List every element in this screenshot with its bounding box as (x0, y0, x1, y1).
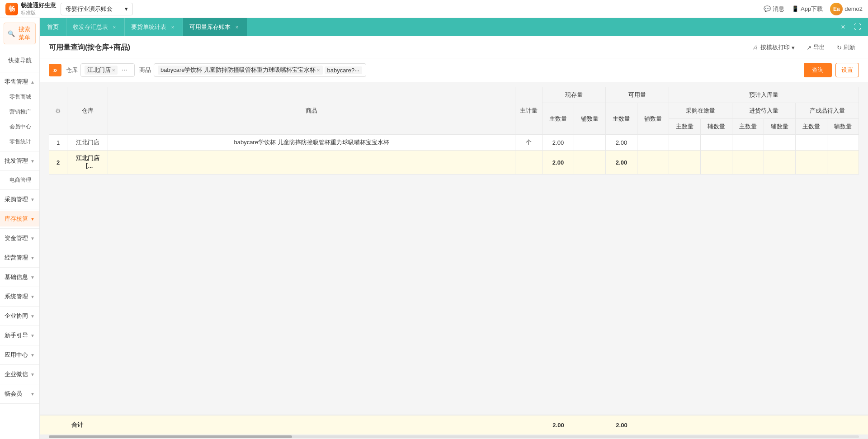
chevron-down-icon-corpwechat: ▼ (30, 372, 35, 377)
th-warehouse: 仓库 (67, 87, 108, 135)
message-button[interactable]: 💬 消息 (764, 5, 784, 13)
data-table: ⚙ 仓库 商品 主计量 现存量 可用量 预计入库量 主数量 辅数量 (49, 87, 859, 175)
chevron-down-icon-print: ▾ (792, 44, 795, 51)
refresh-button[interactable]: ↻ 刷新 (833, 42, 859, 53)
user-profile[interactable]: Ea demo2 (830, 3, 863, 15)
cell-current-main: 2.00 (542, 135, 574, 151)
th-inbound-pending-aux: 辅数量 (764, 119, 796, 135)
main-layout: 🔍 搜索菜单 快捷导航 零售管理 ▲ 零售商城 营销推广 会员中心 零售统计 批… (0, 18, 868, 439)
sidebar-item-marketing[interactable]: 营销推广 (0, 104, 39, 119)
cell-main-unit: 个 (515, 135, 542, 151)
chevron-down-icon-enterprise: ▼ (30, 314, 35, 319)
sidebar: 🔍 搜索菜单 快捷导航 零售管理 ▲ 零售商城 营销推广 会员中心 零售统计 批… (0, 18, 40, 439)
sidebar-item-quicknav[interactable]: 快捷导航 (0, 53, 39, 68)
cell-purchase-aux (701, 151, 732, 175)
fullscreen-button[interactable]: ⛶ (852, 21, 863, 33)
warehouse-more-icon[interactable]: ··· (119, 66, 129, 74)
sidebar-section-system-header[interactable]: 系统管理 ▼ (0, 289, 39, 304)
th-current-stock: 现存量 (542, 87, 606, 103)
filter-expand-button[interactable]: » (49, 64, 61, 76)
th-product-pending: 产成品待入量 (796, 103, 859, 119)
cell-available-main: 2.00 (606, 135, 637, 151)
search-icon: 🔍 (8, 30, 15, 37)
top-bar-right: 💬 消息 📱 App下载 Ea demo2 (764, 3, 863, 15)
sidebar-section-finance-header[interactable]: 资金管理 ▼ (0, 231, 39, 246)
close-available-tab[interactable]: × (233, 24, 241, 31)
settings-button[interactable]: 设置 (835, 63, 859, 77)
sidebar-section-member-header[interactable]: 畅会员 ▼ (0, 386, 39, 401)
tab-home[interactable]: 首页 (40, 18, 66, 36)
footer-inbound-aux (764, 419, 796, 431)
sidebar-quicknav: 快捷导航 (0, 49, 39, 72)
logo-title: 畅捷通好生意 (21, 2, 56, 9)
quicknav-label: 快捷导航 (8, 57, 32, 65)
horizontal-scrollbar[interactable] (40, 434, 868, 439)
sidebar-item-ecommerce[interactable]: 电商管理 (0, 173, 39, 188)
sidebar-section-newguide-header[interactable]: 新手引导 ▼ (0, 328, 39, 343)
sidebar-section-operations: 经营管理 ▼ (0, 248, 39, 268)
sidebar-section-member-label: 畅会员 (5, 390, 22, 398)
sidebar-section-purchase-label: 采购管理 (5, 195, 28, 203)
th-available-main-qty: 主数量 (606, 103, 637, 135)
page-title: 可用量查询(按仓库+商品) (49, 43, 130, 52)
sidebar-section-corpwechat-header[interactable]: 企业微信 ▼ (0, 367, 39, 382)
chevron-down-icon-operations: ▼ (30, 255, 35, 260)
home-tab-label: 首页 (47, 23, 59, 31)
filter-actions: 查询 设置 (804, 63, 859, 77)
product-filter-input[interactable]: babycare学饮杯 儿童防摔防撞吸管杯重力球吸嘴杯宝宝水杯 × babyca… (154, 63, 366, 77)
scrollbar-thumb[interactable] (49, 435, 292, 438)
sidebar-item-member-center[interactable]: 会员中心 (0, 119, 39, 134)
product-tag-1-label: babycare学饮杯 儿童防摔防撞吸管杯重力球吸嘴杯宝宝水杯 (160, 66, 316, 74)
sidebar-section-basic-header[interactable]: 基础信息 ▼ (0, 269, 39, 285)
cell-current-aux (574, 151, 606, 175)
tab-receipts[interactable]: 收发存汇总表 × (66, 18, 125, 36)
cell-inbound-aux (764, 135, 796, 151)
warehouse-tag-remove[interactable]: × (112, 67, 115, 73)
top-bar-left: 畅 畅捷通好生意 标准版 母婴行业演示账套 ▾ (5, 2, 133, 16)
avatar: Ea (830, 3, 843, 15)
close-requisition-tab[interactable]: × (169, 24, 176, 31)
sidebar-item-retail-stats[interactable]: 零售统计 (0, 134, 39, 149)
sidebar-section-ecommerce: 电商管理 (0, 171, 39, 190)
app-download-button[interactable]: 📱 App下载 (792, 5, 823, 13)
industry-select[interactable]: 母婴行业演示账套 ▾ (61, 3, 133, 15)
cell-seq: 2 (49, 151, 67, 175)
page-content: 可用量查询(按仓库+商品) 🖨 按模板打印 ▾ ↗ 导出 ↻ 刷新 (40, 36, 868, 439)
logo-sub: 标准版 (21, 9, 56, 16)
query-button[interactable]: 查询 (804, 63, 832, 77)
logo-text: 畅捷通好生意 标准版 (21, 2, 56, 16)
sidebar-section-appcenter-label: 应用中心 (5, 351, 28, 359)
logo-icon: 畅 (5, 3, 18, 15)
close-receipts-tab[interactable]: × (111, 24, 118, 31)
sidebar-section-basic-label: 基础信息 (5, 273, 28, 281)
tab-available[interactable]: 可用量库存账本 × (183, 18, 247, 36)
th-product: 商品 (108, 87, 515, 135)
sidebar-item-retail-mall[interactable]: 零售商城 (0, 90, 39, 104)
sidebar-section-appcenter-header[interactable]: 应用中心 ▼ (0, 347, 39, 363)
sidebar-section-system: 系统管理 ▼ (0, 287, 39, 307)
chevron-down-icon-newguide: ▼ (30, 333, 35, 338)
tab-requisition[interactable]: 要货单统计表 × (125, 18, 183, 36)
search-menu-button[interactable]: 🔍 搜索菜单 (4, 23, 36, 44)
sidebar-section-appcenter: 应用中心 ▼ (0, 345, 39, 365)
sidebar-section-retail-header[interactable]: 零售管理 ▲ (0, 74, 39, 90)
chevron-down-icon-purchase: ▼ (30, 197, 35, 202)
chevron-down-icon: ▾ (125, 5, 128, 12)
sidebar-section-operations-header[interactable]: 经营管理 ▼ (0, 250, 39, 265)
warehouse-filter-input[interactable]: 江北门店 × ··· (80, 63, 135, 77)
sidebar-section-purchase-header[interactable]: 采购管理 ▼ (0, 192, 39, 207)
close-all-tabs-button[interactable]: × (837, 21, 849, 33)
product-tag-2-label: babycare?··· (327, 67, 360, 74)
sidebar-section-wholesale-header[interactable]: 批发管理 ▼ (0, 153, 39, 169)
sidebar-section-enterprise-header[interactable]: 企业协同 ▼ (0, 308, 39, 324)
product-tag-1-remove[interactable]: × (317, 67, 320, 73)
export-button[interactable]: ↗ 导出 (803, 42, 829, 53)
footer-table: 合计 2.00 2.00 (49, 419, 859, 431)
th-available-aux-qty: 辅数量 (637, 103, 669, 135)
cell-available-aux (637, 135, 669, 151)
sidebar-section-inventory-header[interactable]: 库存核算 ▼ (0, 211, 39, 227)
receipts-tab-label: 收发存汇总表 (73, 23, 108, 31)
print-template-button[interactable]: 🖨 按模板打印 ▾ (749, 42, 798, 53)
requisition-tab-label: 要货单统计表 (131, 23, 166, 31)
footer-available-main: 2.00 (606, 419, 637, 431)
